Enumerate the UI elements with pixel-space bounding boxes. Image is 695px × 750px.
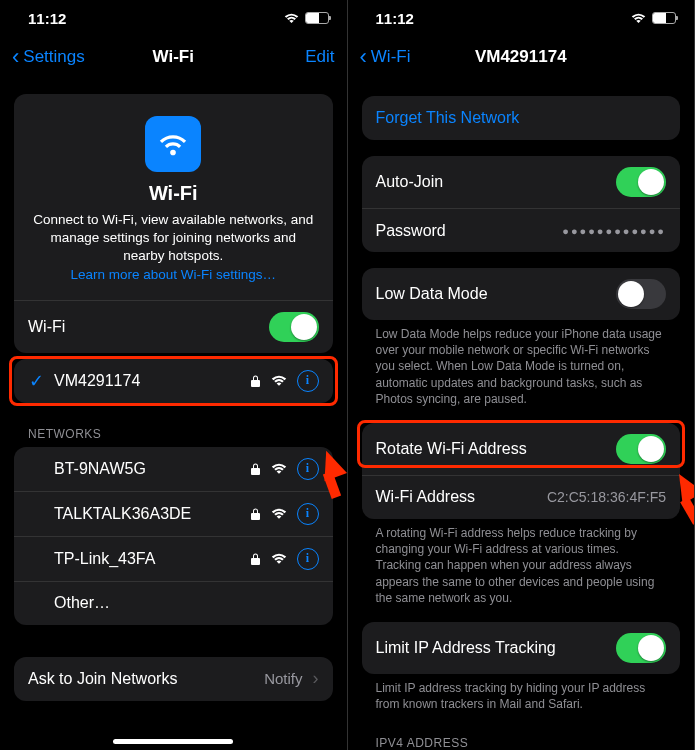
limit-ip-row: Limit IP Address Tracking [362,622,681,674]
wifi-toggle-label: Wi-Fi [28,318,65,336]
other-network-row[interactable]: Other… [14,581,333,625]
wifi-address-value: C2:C5:18:36:4F:F5 [547,489,666,505]
rotate-label: Rotate Wi-Fi Address [376,440,527,458]
low-data-footer: Low Data Mode helps reduce your iPhone d… [362,320,681,407]
lock-icon [250,552,261,566]
wifi-signal-icon [271,375,287,387]
wifi-signal-icon [271,553,287,565]
back-label: Settings [23,47,84,67]
status-right [284,12,329,24]
battery-icon [652,12,676,24]
low-data-card: Low Data Mode [362,268,681,320]
rotate-card: Rotate Wi-Fi Address Wi-Fi Address C2:C5… [362,423,681,519]
ask-value: Notify [264,670,302,687]
wifi-address-label: Wi-Fi Address [376,488,476,506]
lock-icon [250,462,261,476]
rotate-footer: A rotating Wi-Fi address helps reduce tr… [362,519,681,606]
ipv4-header: IPV4 Address [362,712,681,750]
chevron-left-icon: ‹ [12,46,19,68]
wifi-app-icon [145,116,201,172]
connected-network-row[interactable]: ✓ VM4291174 i [14,359,333,403]
limit-footer: Limit IP address tracking by hiding your… [362,674,681,712]
ask-to-join-row[interactable]: Ask to Join Networks Notify › [14,657,333,701]
lock-icon [250,374,261,388]
ask-label: Ask to Join Networks [28,670,177,688]
hero-learn-more-link[interactable]: Learn more about Wi-Fi settings… [70,267,276,282]
rotate-toggle[interactable] [616,434,666,464]
auto-join-label: Auto-Join [376,173,444,191]
content-scroll[interactable]: Wi-Fi Connect to Wi-Fi, view available n… [0,78,347,750]
limit-ip-toggle[interactable] [616,633,666,663]
status-bar: 11:12 [348,0,695,36]
lock-icon [250,507,261,521]
other-label: Other… [54,594,110,612]
password-label: Password [376,222,446,240]
rotate-row: Rotate Wi-Fi Address [362,423,681,475]
home-indicator[interactable] [113,739,233,744]
chevron-right-icon: › [313,668,319,689]
content-scroll[interactable]: Forget This Network Auto-Join Password ●… [348,78,695,750]
network-row[interactable]: TP-Link_43FA i [14,536,333,581]
auto-join-row: Auto-Join [362,156,681,208]
back-button[interactable]: ‹ Wi-Fi [360,46,411,68]
forget-card: Forget This Network [362,96,681,140]
info-icon[interactable]: i [297,503,319,525]
wifi-list-screen: 11:12 ‹ Settings Wi-Fi Edit Wi-Fi Connec… [0,0,348,750]
connected-network-card: ✓ VM4291174 i [14,359,333,403]
networks-header: Networks [14,403,333,447]
nav-bar: ‹ Settings Wi-Fi Edit [0,36,347,78]
hero-body: Connect to Wi-Fi, view available network… [33,212,313,263]
hero-heading: Wi-Fi [32,182,315,205]
status-time: 11:12 [376,10,414,27]
limit-ip-card: Limit IP Address Tracking [362,622,681,674]
status-bar: 11:12 [0,0,347,36]
low-data-row: Low Data Mode [362,268,681,320]
wifi-status-icon [284,13,299,24]
forget-network-button[interactable]: Forget This Network [362,96,681,140]
wifi-status-icon [631,13,646,24]
edit-button[interactable]: Edit [305,47,334,67]
back-label: Wi-Fi [371,47,411,67]
wifi-detail-screen: 11:12 ‹ Wi-Fi VM4291174 Forget This Netw… [348,0,696,750]
chevron-left-icon: ‹ [360,46,367,68]
battery-icon [305,12,329,24]
status-time: 11:12 [28,10,66,27]
wifi-toggle[interactable] [269,312,319,342]
forget-label: Forget This Network [376,109,520,127]
network-row[interactable]: TALKTALK36A3DE i [14,491,333,536]
password-value: ●●●●●●●●●●●● [562,225,666,237]
nav-bar: ‹ Wi-Fi VM4291174 [348,36,695,78]
wifi-icon [156,127,190,161]
low-data-label: Low Data Mode [376,285,488,303]
network-name: TALKTALK36A3DE [54,505,191,523]
limit-ip-label: Limit IP Address Tracking [376,639,556,657]
info-icon[interactable]: i [297,458,319,480]
auto-join-card: Auto-Join Password ●●●●●●●●●●●● [362,156,681,252]
low-data-toggle[interactable] [616,279,666,309]
auto-join-toggle[interactable] [616,167,666,197]
back-button[interactable]: ‹ Settings [12,46,85,68]
status-right [631,12,676,24]
network-name: BT-9NAW5G [54,460,146,478]
checkmark-icon: ✓ [28,370,44,392]
info-icon[interactable]: i [297,370,319,392]
ask-to-join-card: Ask to Join Networks Notify › [14,657,333,701]
networks-list: BT-9NAW5G i TALKTALK36A3DE i TP-Link_43F… [14,447,333,625]
info-icon[interactable]: i [297,548,319,570]
network-name: TP-Link_43FA [54,550,155,568]
wifi-signal-icon [271,508,287,520]
wifi-signal-icon [271,463,287,475]
wifi-address-row[interactable]: Wi-Fi Address C2:C5:18:36:4F:F5 [362,475,681,519]
network-row[interactable]: BT-9NAW5G i [14,447,333,491]
connected-network-name: VM4291174 [54,372,140,390]
hero-card: Wi-Fi Connect to Wi-Fi, view available n… [14,94,333,353]
password-row[interactable]: Password ●●●●●●●●●●●● [362,208,681,252]
